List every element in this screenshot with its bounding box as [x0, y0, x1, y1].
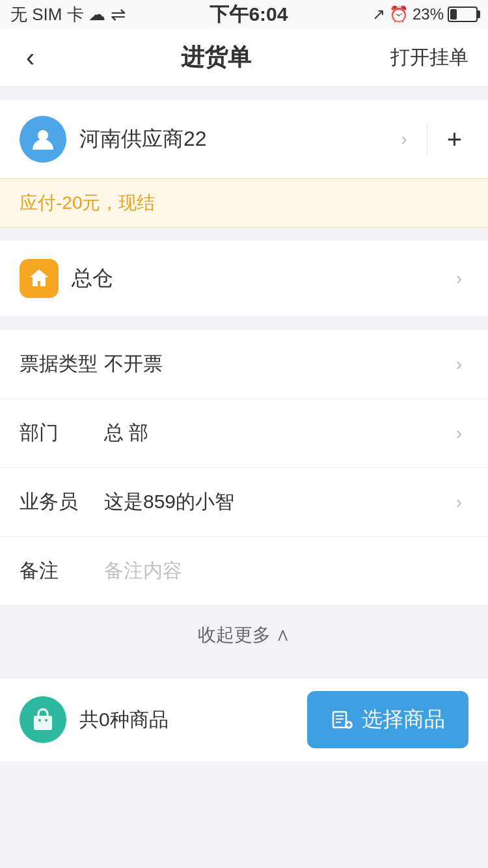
status-time: 下午6:04	[210, 1, 288, 28]
sales-rep-label: 业务员	[20, 489, 104, 515]
person-icon	[29, 125, 57, 154]
supplier-chevron-icon: ›	[401, 129, 407, 150]
status-left: 无 SIM 卡 ☁ ⇌	[10, 3, 126, 26]
status-bar: 无 SIM 卡 ☁ ⇌ 下午6:04 ↗ ⏰ 23%	[0, 0, 488, 29]
shopping-bag-icon	[30, 707, 56, 733]
sales-rep-value: 这是859的小智	[104, 489, 456, 515]
section-gap-2	[0, 228, 488, 241]
supplier-avatar	[20, 116, 66, 163]
warehouse-chevron-icon: ›	[456, 268, 462, 289]
invoice-type-label: 票据类型	[20, 351, 104, 377]
open-pending-button[interactable]: 打开挂单	[390, 44, 468, 71]
select-product-label: 选择商品	[362, 705, 445, 734]
alarm-icon: ⏰	[389, 5, 409, 23]
select-product-icon	[331, 708, 354, 731]
department-row[interactable]: 部门 总 部 ›	[0, 399, 488, 468]
nav-bar: ‹ 进货单 打开挂单	[0, 29, 488, 87]
section-gap-3	[0, 317, 488, 330]
supplier-divider	[427, 123, 427, 156]
department-label: 部门	[20, 420, 104, 446]
warehouse-label: 总仓	[72, 264, 456, 293]
bottom-bar: 共0种商品 选择商品	[0, 677, 488, 761]
battery-icon	[448, 7, 478, 22]
svg-rect-1	[34, 716, 52, 730]
product-count: 共0种商品	[79, 707, 307, 733]
svg-point-0	[38, 130, 48, 141]
remark-placeholder: 备注内容	[104, 558, 468, 584]
warehouse-row[interactable]: 总仓 ›	[0, 241, 488, 317]
cart-icon	[20, 696, 66, 743]
remark-row[interactable]: 备注 备注内容	[0, 537, 488, 606]
svg-point-2	[38, 719, 41, 722]
back-button[interactable]: ‹	[20, 36, 41, 79]
sales-rep-chevron-icon: ›	[456, 492, 462, 513]
location-icon: ↗	[372, 5, 385, 23]
collapse-row[interactable]: 收起更多 ∧	[0, 606, 488, 664]
svg-point-3	[45, 719, 47, 722]
home-icon	[27, 267, 51, 290]
invoice-type-chevron-icon: ›	[456, 354, 462, 375]
status-right: ↗ ⏰ 23%	[372, 5, 478, 23]
supplier-name: 河南供应商22	[79, 125, 401, 154]
sales-rep-row[interactable]: 业务员 这是859的小智 ›	[0, 468, 488, 537]
department-chevron-icon: ›	[456, 423, 462, 444]
page-background	[0, 761, 488, 868]
warehouse-icon	[20, 259, 59, 298]
form-card: 票据类型 不开票 › 部门 总 部 › 业务员 这是859的小智 › 备注 备注…	[0, 330, 488, 606]
remark-label: 备注	[20, 558, 104, 584]
wifi-icon: ⇌	[111, 4, 126, 25]
notice-text: 应付-20元，现结	[20, 193, 155, 213]
select-product-button[interactable]: 选择商品	[307, 691, 468, 748]
page-title: 进货单	[181, 42, 251, 74]
section-gap-1	[0, 87, 488, 100]
collapse-label: 收起更多 ∧	[198, 623, 291, 647]
battery-label: 23%	[413, 5, 444, 23]
supplier-row[interactable]: 河南供应商22 › +	[0, 100, 488, 178]
department-value: 总 部	[104, 420, 456, 446]
invoice-type-value: 不开票	[104, 351, 456, 377]
notice-banner: 应付-20元，现结	[0, 178, 488, 228]
section-gap-4	[0, 664, 488, 677]
sim-label: 无 SIM 卡 ☁	[10, 3, 105, 26]
add-supplier-button[interactable]: +	[441, 122, 468, 157]
invoice-type-row[interactable]: 票据类型 不开票 ›	[0, 330, 488, 399]
